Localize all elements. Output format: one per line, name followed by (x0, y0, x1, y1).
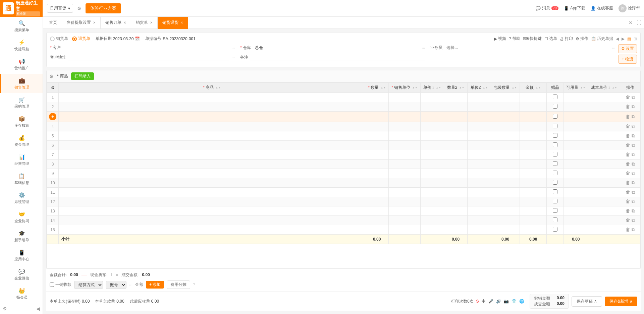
row-unit2-cell[interactable] (468, 122, 491, 131)
account-dots[interactable]: ··· (129, 282, 132, 287)
row-cost-cell[interactable] (588, 169, 620, 178)
row-cost-cell[interactable] (588, 102, 620, 112)
row-cost-cell[interactable] (588, 206, 620, 216)
sidebar-collapse-btn[interactable]: ◀ (36, 306, 40, 311)
sort-cost-icon[interactable]: ▲▼ (612, 86, 617, 89)
delete-icon[interactable]: 🗑 (626, 227, 630, 233)
row-pack-cell[interactable] (491, 216, 520, 225)
gift-checkbox[interactable] (553, 217, 557, 222)
add-amount-cell[interactable] (520, 112, 547, 122)
gift-checkbox[interactable] (553, 124, 557, 128)
row-unit-cell[interactable] (389, 206, 420, 216)
row-price-cell[interactable] (420, 93, 444, 102)
app-download-btn[interactable]: 📱 App下载 (564, 5, 585, 11)
row-avail-cell[interactable] (564, 216, 588, 225)
add-gift-checkbox[interactable] (553, 114, 557, 119)
row-qty2-cell[interactable] (444, 178, 468, 188)
row-pack-cell[interactable] (491, 93, 520, 102)
row-cost-cell[interactable] (588, 178, 620, 188)
row-amount-cell[interactable] (520, 206, 547, 216)
row-price-cell[interactable] (420, 102, 444, 112)
row-unit-cell[interactable] (389, 150, 420, 160)
radio-delivery[interactable]: 销货单 (50, 36, 68, 42)
copy-icon[interactable]: ⧉ (632, 152, 635, 158)
add-qty2-cell[interactable] (444, 112, 468, 122)
add-row-btn[interactable]: + (49, 113, 56, 120)
row-qty2-cell[interactable] (444, 122, 468, 131)
operate-btn[interactable]: ⚙ 操作 (576, 36, 588, 42)
sort-avail-icon[interactable]: ▲▼ (580, 86, 586, 89)
delete-icon[interactable]: 🗑 (626, 133, 630, 139)
row-cost-cell[interactable] (588, 141, 620, 150)
delete-icon[interactable]: 🗑 (626, 199, 630, 204)
salesman-input[interactable] (444, 44, 610, 51)
discount-info-icon[interactable]: ℹ (111, 272, 112, 277)
row-unit-cell[interactable] (389, 178, 420, 188)
row-pack-cell[interactable] (491, 188, 520, 197)
sidebar-item-shortcut[interactable]: ⚡ 快捷导航 (0, 36, 43, 55)
sidebar-item-operations[interactable]: 📊 经营管理 (0, 150, 43, 170)
row-unit-cell[interactable] (389, 188, 420, 197)
add-product-cell[interactable] (59, 112, 365, 122)
row-price-cell[interactable] (420, 216, 444, 225)
gift-checkbox[interactable] (553, 180, 557, 185)
row-product-cell[interactable] (59, 188, 365, 197)
row-avail-cell[interactable] (564, 93, 588, 102)
sidebar-settings-btn[interactable]: ⚙ (3, 306, 7, 311)
row-unit2-cell[interactable] (468, 150, 491, 160)
online-service-btn[interactable]: 👤 在线客服 (591, 5, 613, 11)
row-price-cell[interactable] (420, 131, 444, 141)
delete-icon[interactable]: 🗑 (626, 104, 630, 110)
sidebar-item-basic[interactable]: 📋 基础信息 (0, 170, 43, 189)
person-icon[interactable]: 👕 (512, 299, 517, 304)
copy-icon[interactable]: ⧉ (632, 104, 635, 110)
row-unit2-cell[interactable] (468, 169, 491, 178)
row-avail-cell[interactable] (564, 102, 588, 112)
row-unit2-cell[interactable] (468, 141, 491, 150)
add-unit2-cell[interactable] (468, 112, 491, 122)
row-qty2-cell[interactable] (444, 188, 468, 197)
copy-icon[interactable]: ⧉ (632, 227, 635, 233)
row-avail-cell[interactable] (564, 188, 588, 197)
row-product-cell[interactable] (59, 197, 365, 206)
row-pack-cell[interactable] (491, 178, 520, 188)
sort-pack-icon[interactable]: ▲▼ (512, 86, 517, 89)
row-pack-cell[interactable] (491, 206, 520, 216)
sort-unit-icon[interactable]: ▲▼ (412, 86, 418, 89)
gift-checkbox[interactable] (553, 133, 557, 138)
address-dots[interactable]: ··· (231, 55, 235, 60)
warehouse-input[interactable] (253, 44, 420, 51)
row-price-cell[interactable] (420, 206, 444, 216)
row-unit2-cell[interactable] (468, 93, 491, 102)
industry-select[interactable]: 日用百货 ▾ (47, 4, 73, 13)
row-pack-cell[interactable] (491, 197, 520, 206)
help-btn[interactable]: ? 帮助 (509, 36, 520, 42)
close-tab-btn[interactable]: ✕ (627, 19, 634, 27)
row-product-cell[interactable] (59, 225, 365, 235)
row-amount-cell[interactable] (520, 122, 547, 131)
grid-view-icon[interactable]: ⊞ (634, 37, 637, 41)
row-amount-cell[interactable] (520, 141, 547, 150)
tab-home[interactable]: 首页 (44, 17, 62, 29)
table-settings-icon[interactable]: ⚙ (49, 74, 54, 79)
sort-qty-icon[interactable]: ▲▼ (381, 86, 386, 89)
address-input[interactable] (68, 54, 229, 61)
row-price-cell[interactable] (420, 122, 444, 131)
row-cost-cell[interactable] (588, 150, 620, 160)
delete-icon[interactable]: 🗑 (626, 124, 630, 129)
row-avail-cell[interactable] (564, 169, 588, 178)
customer-dots[interactable]: ··· (231, 46, 235, 50)
settings-btn[interactable]: ⚙ 设置 (618, 44, 637, 53)
salesman-dots[interactable]: ··· (612, 46, 615, 50)
row-qty2-cell[interactable] (444, 93, 468, 102)
row-product-cell[interactable] (59, 160, 365, 169)
settings2-icon[interactable]: 🌐 (519, 299, 524, 304)
payment-help-icon[interactable]: ? (193, 282, 195, 287)
mic-icon[interactable]: 🎤 (488, 299, 493, 304)
gift-checkbox[interactable] (553, 227, 557, 232)
row-unit2-cell[interactable] (468, 206, 491, 216)
gift-checkbox[interactable] (553, 104, 557, 109)
add-payment-btn[interactable]: + 添加 (146, 281, 164, 289)
table-container[interactable]: ⚙ * 商品 ▲▼ * 数量 ▲▼ * 销售单位 ▲▼ (47, 82, 640, 268)
row-unit-cell[interactable] (389, 141, 420, 150)
